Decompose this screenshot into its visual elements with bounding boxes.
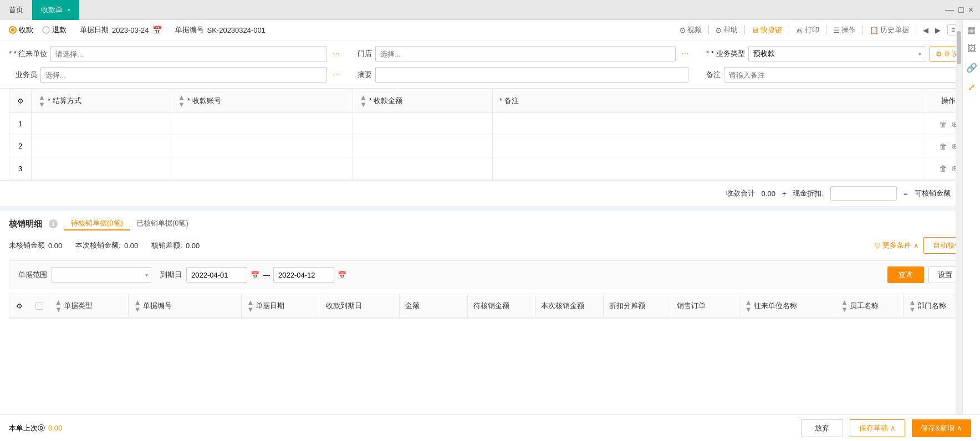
- col-remark-header: * 备注: [493, 89, 926, 112]
- save-new-button[interactable]: 保存&新增 ∧: [912, 419, 971, 437]
- td-amount-1[interactable]: [353, 113, 493, 135]
- sort-icon: ▲▼: [38, 94, 45, 108]
- sort-icon: ▲▼: [841, 299, 848, 313]
- tab-close-icon[interactable]: ×: [67, 7, 70, 13]
- partner-more-btn[interactable]: ···: [333, 49, 340, 59]
- image-icon[interactable]: 🖼: [967, 44, 976, 54]
- section-title-text: 核销明细: [9, 219, 42, 229]
- help-btn[interactable]: ⊙ 帮助: [716, 25, 738, 35]
- col-amount-header: ▲▼ * 收款金额: [353, 89, 493, 112]
- radio-receive-dot: [9, 26, 17, 34]
- summary-field: 摘要: [358, 67, 688, 83]
- table-row: 1 🗑 ⊕: [9, 113, 971, 135]
- col-checkbox: [29, 294, 49, 317]
- td-account-1[interactable]: [171, 113, 353, 135]
- window-min-icon[interactable]: —: [945, 5, 954, 15]
- receipt-table: ⚙ ▲▼ * 结算方式 ▲▼ * 收款账号 ▲▼ * 收款金额 * 备注: [0, 89, 980, 180]
- tab-done[interactable]: 已核销单据(0笔): [130, 217, 195, 230]
- table-icon[interactable]: ▦: [967, 24, 976, 35]
- window-close-icon[interactable]: ×: [968, 5, 973, 15]
- td-amount-2[interactable]: [353, 135, 493, 157]
- col-setting-header[interactable]: ⚙: [9, 89, 32, 112]
- td-settle-2[interactable]: [32, 135, 171, 157]
- tab-home[interactable]: 首页: [0, 0, 32, 20]
- nav-prev-icon[interactable]: ◀: [923, 26, 928, 34]
- video-btn[interactable]: ⊙ 视频: [680, 25, 702, 35]
- tab-bar: 首页 收款单 × — □ ×: [0, 0, 980, 20]
- td-amount-3[interactable]: [353, 157, 493, 180]
- stats-row: 未核销金额 0.00 本次核销金额: 0.00 核销差额: 0.00 ▽ 更多条…: [9, 237, 971, 254]
- footer-buttons: 放弃 保存草稿 ∧ 保存&新增 ∧: [801, 419, 971, 437]
- tab-pending[interactable]: 待核销单据(0笔): [64, 217, 130, 230]
- scrollbar[interactable]: [956, 20, 962, 414]
- sort-icon: ▲▼: [360, 94, 367, 108]
- calendar-to-icon[interactable]: 📅: [338, 271, 346, 279]
- info-icon[interactable]: ℹ: [49, 219, 58, 228]
- col-staff-header: ▲▼ 员工名称: [835, 294, 904, 317]
- td-remark-3[interactable]: [493, 157, 926, 180]
- summary-input[interactable]: [375, 67, 688, 83]
- radio-receive[interactable]: 收款: [9, 25, 33, 35]
- gear-icon: ⚙: [936, 50, 942, 58]
- date-calendar-icon[interactable]: 📅: [152, 25, 162, 34]
- footer-carry: 本单上次⓪ 0.00: [9, 423, 62, 433]
- store-more-btn[interactable]: ···: [681, 49, 688, 59]
- notes-input[interactable]: [724, 67, 971, 83]
- save-draft-button[interactable]: 保存草稿 ∧: [850, 419, 905, 437]
- staff-input[interactable]: [40, 67, 327, 83]
- date-range: 📅 — 📅: [186, 267, 346, 283]
- this-verify-stat: 本次核销金额: 0.00: [75, 240, 138, 250]
- col-amount-header: 金额: [400, 294, 468, 317]
- td-remark-2[interactable]: [493, 135, 926, 157]
- biz-type-chevron-icon: ▾: [918, 51, 921, 57]
- store-field: 门店 ···: [358, 46, 688, 61]
- td-account-3[interactable]: [171, 157, 353, 180]
- date-from-input[interactable]: [186, 267, 247, 283]
- td-settle-1[interactable]: [32, 113, 171, 135]
- main-content: 收款 退款 单据日期 2023-03-24 📅 单据编号 SK-20230324…: [0, 20, 980, 441]
- tab-active[interactable]: 收款单 ×: [32, 0, 79, 20]
- range-select[interactable]: [52, 267, 151, 283]
- print-btn[interactable]: 🖨 打印: [796, 25, 819, 35]
- staff-more-btn[interactable]: ···: [333, 70, 340, 80]
- table-row: 3 🗑 ⊕: [9, 157, 971, 180]
- table-row: 2 🗑 ⊕: [9, 135, 971, 157]
- more-conditions-btn[interactable]: ▽ 更多条件 ∧: [875, 240, 919, 250]
- partner-input[interactable]: [50, 46, 326, 61]
- window-max-icon[interactable]: □: [958, 5, 964, 15]
- bottom-table: ⚙ ▲▼ 单据类型 ▲▼ 单据编号 ▲▼ 单据日期 收款到: [9, 294, 971, 319]
- save-chevron-icon: ∧: [957, 424, 962, 432]
- sort-icon: ▲▼: [55, 299, 62, 313]
- delete-icon[interactable]: 🗑: [939, 120, 947, 129]
- discard-button[interactable]: 放弃: [801, 419, 843, 437]
- partner-field: * 往来单位 ···: [9, 46, 340, 61]
- settings-icon[interactable]: ⚙: [16, 302, 23, 310]
- td-account-2[interactable]: [171, 135, 353, 157]
- operations-btn[interactable]: ☰ 操作: [833, 25, 856, 35]
- delete-icon[interactable]: 🗑: [939, 142, 947, 151]
- query-button[interactable]: 查询: [887, 266, 924, 283]
- col-partner-header: ▲▼ 往来单位名称: [739, 294, 835, 317]
- header-actions: ⊙ 视频 ⊙ 帮助 🖥 快捷键 🖨 打印 ☰ 操作 📋 历史单据 ◀ ▶ ≡ ⊞: [680, 24, 971, 35]
- discount-input[interactable]: [830, 186, 897, 201]
- shortcut-btn[interactable]: 🖥 快捷键: [752, 25, 782, 35]
- delete-icon[interactable]: 🗑: [939, 164, 947, 173]
- radio-refund[interactable]: 退款: [42, 25, 67, 35]
- total-value: 0.00: [762, 189, 775, 198]
- scrollbar-thumb[interactable]: [957, 31, 961, 64]
- range-filter: 单据范围: [18, 267, 151, 283]
- link-icon[interactable]: 🔗: [966, 63, 977, 73]
- history-btn[interactable]: 📋 历史单据: [870, 25, 909, 35]
- select-all-checkbox[interactable]: [35, 302, 43, 310]
- col-check: ⚙: [9, 294, 29, 317]
- col-type-header: ▲▼ 单据类型: [49, 294, 129, 317]
- staff-field: 业务员 ···: [9, 67, 340, 83]
- store-input[interactable]: [375, 46, 676, 61]
- nav-next-icon[interactable]: ▶: [935, 26, 941, 34]
- date-to-input[interactable]: [273, 267, 334, 283]
- filter-icon: ▽: [875, 242, 880, 250]
- expand-icon[interactable]: ⤢: [968, 82, 975, 93]
- td-remark-1[interactable]: [493, 113, 926, 135]
- td-settle-3[interactable]: [32, 157, 171, 180]
- calendar-from-icon[interactable]: 📅: [251, 271, 259, 279]
